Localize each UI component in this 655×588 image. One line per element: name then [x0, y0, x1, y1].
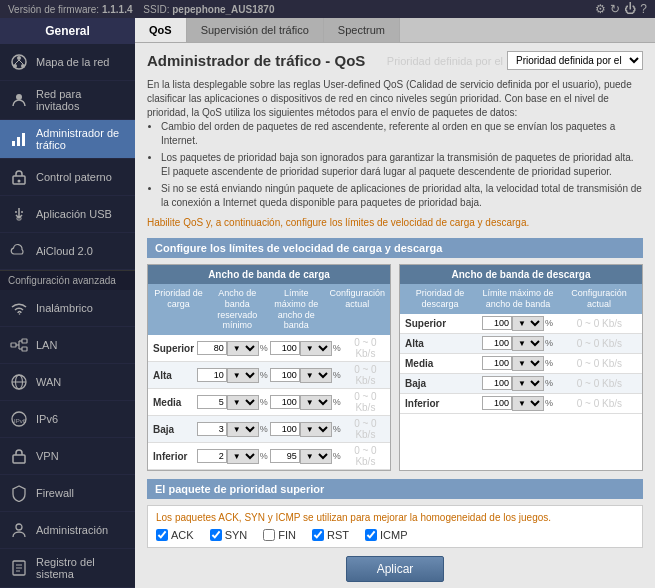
- tabs: QoS Supervisión del tráfico Spectrum: [135, 18, 655, 43]
- max-input[interactable]: [270, 341, 300, 355]
- min-input[interactable]: [197, 341, 227, 355]
- sidebar-item-inalambrico[interactable]: Inalámbrico: [0, 290, 135, 327]
- traffic-icon: [8, 128, 30, 150]
- max-select[interactable]: ▼: [300, 341, 332, 356]
- sidebar-item-administracion[interactable]: Administración: [0, 512, 135, 549]
- checkbox-rst[interactable]: RST: [312, 529, 349, 541]
- max-select[interactable]: ▼: [512, 376, 544, 391]
- parental-icon: [8, 166, 30, 188]
- min-input[interactable]: [197, 368, 227, 382]
- min-input[interactable]: [197, 422, 227, 436]
- download-col-max: Límite máximo de ancho de banda: [480, 286, 556, 312]
- bullet-item: Cambio del orden de paquetes de red asce…: [161, 120, 643, 148]
- checkbox-ack[interactable]: ACK: [156, 529, 194, 541]
- sidebar-item-ipv6[interactable]: IPv6 IPv6: [0, 401, 135, 438]
- help-icon[interactable]: ?: [640, 2, 647, 16]
- svg-rect-16: [11, 343, 16, 347]
- ack-checkbox[interactable]: [156, 529, 168, 541]
- max-select[interactable]: ▼: [512, 336, 544, 351]
- sidebar-item-red[interactable]: Red para invitados: [0, 81, 135, 120]
- priority-label: Prioridad definida por el: [387, 55, 503, 67]
- download-col-current: Configuración actual: [558, 286, 640, 312]
- max-input[interactable]: [270, 395, 300, 409]
- log-icon: [8, 557, 30, 579]
- max-input[interactable]: [482, 336, 512, 350]
- svg-rect-7: [12, 141, 15, 146]
- max-select[interactable]: ▼: [512, 356, 544, 371]
- sidebar-item-label: AiCloud 2.0: [36, 245, 93, 257]
- logout-icon[interactable]: ⏻: [624, 2, 636, 16]
- sidebar-item-aicloud[interactable]: AiCloud 2.0: [0, 233, 135, 270]
- max-select[interactable]: ▼: [300, 368, 332, 383]
- checkbox-fin[interactable]: FIN: [263, 529, 296, 541]
- min-select[interactable]: ▼: [227, 449, 259, 464]
- checkbox-icmp[interactable]: ICMP: [365, 529, 408, 541]
- firewall-icon: [8, 482, 30, 504]
- tab-spectrum[interactable]: Spectrum: [324, 18, 400, 42]
- rst-checkbox[interactable]: [312, 529, 324, 541]
- min-input[interactable]: [197, 395, 227, 409]
- icmp-checkbox[interactable]: [365, 529, 377, 541]
- upload-col-max: Límite máximo de ancho de banda: [268, 286, 325, 333]
- max-select[interactable]: ▼: [300, 449, 332, 464]
- priority-dropdown[interactable]: Prioridad definida por el: [507, 51, 643, 70]
- row-min-cell: ▼%: [197, 341, 268, 356]
- upload-table-header: Ancho de banda de carga: [148, 265, 390, 284]
- syn-checkbox[interactable]: [210, 529, 222, 541]
- max-input[interactable]: [482, 396, 512, 410]
- tab-qos[interactable]: QoS: [135, 18, 187, 42]
- max-input[interactable]: [270, 368, 300, 382]
- tab-supervision[interactable]: Supervisión del tráfico: [187, 18, 324, 42]
- sidebar-item-label: Mapa de la red: [36, 56, 109, 68]
- sidebar-item-label: Control paterno: [36, 171, 112, 183]
- sidebar-item-control[interactable]: Control paterno: [0, 159, 135, 196]
- page-header: Administrador de tráfico - QoS Prioridad…: [147, 51, 643, 70]
- table-row: Media ▼% ▼% 0 ~ 0 Kb/s: [148, 389, 390, 416]
- download-col-priority: Prioridad de descarga: [402, 286, 478, 312]
- row-max-cell: ▼%: [270, 422, 341, 437]
- min-select[interactable]: ▼: [227, 395, 259, 410]
- content-area: QoS Supervisión del tráfico Spectrum Adm…: [135, 18, 655, 588]
- min-select[interactable]: ▼: [227, 368, 259, 383]
- refresh-icon[interactable]: ↻: [610, 2, 620, 16]
- sidebar-item-lan[interactable]: LAN: [0, 327, 135, 364]
- min-select[interactable]: ▼: [227, 341, 259, 356]
- sidebar-item-firewall[interactable]: Firewall: [0, 475, 135, 512]
- max-select[interactable]: ▼: [300, 422, 332, 437]
- row-priority-label: Alta: [402, 338, 480, 349]
- min-select[interactable]: ▼: [227, 422, 259, 437]
- max-input[interactable]: [482, 356, 512, 370]
- bandwidth-section-header: Configure los límites de velocidad de ca…: [147, 238, 643, 258]
- sidebar-item-vpn[interactable]: VPN: [0, 438, 135, 475]
- top-bar: Versión de firmware: 1.1.1.4 SSID: pepep…: [0, 0, 655, 18]
- svg-rect-8: [17, 137, 20, 146]
- checkbox-syn[interactable]: SYN: [210, 529, 248, 541]
- max-input[interactable]: [482, 376, 512, 390]
- max-select[interactable]: ▼: [300, 395, 332, 410]
- bullet-item: Los paquetes de prioridad baja son ignor…: [161, 151, 643, 179]
- settings-icon[interactable]: ⚙: [595, 2, 606, 16]
- max-select[interactable]: ▼: [512, 396, 544, 411]
- sidebar-item-mapa[interactable]: Mapa de la red: [0, 44, 135, 81]
- row-min-cell: ▼%: [197, 449, 268, 464]
- row-max-cell: ▼%: [270, 368, 341, 383]
- sidebar-item-usb[interactable]: Aplicación USB: [0, 196, 135, 233]
- min-input[interactable]: [197, 449, 227, 463]
- bullet-list: Cambio del orden de paquetes de red asce…: [161, 120, 643, 210]
- fin-checkbox[interactable]: [263, 529, 275, 541]
- sidebar-item-registro[interactable]: Registro del sistema: [0, 549, 135, 588]
- sidebar-item-admin-trafico[interactable]: Administrador de tráfico: [0, 120, 135, 159]
- sidebar-item-label: Administración: [36, 524, 108, 536]
- apply-button[interactable]: Aplicar: [346, 556, 445, 582]
- sidebar-item-wan[interactable]: WAN: [0, 364, 135, 401]
- sidebar-item-label: Registro del sistema: [36, 556, 127, 580]
- max-select[interactable]: ▼: [512, 316, 544, 331]
- priority-packet-header: El paquete de prioridad superior: [147, 479, 643, 499]
- max-input[interactable]: [482, 316, 512, 330]
- max-input[interactable]: [270, 449, 300, 463]
- max-input[interactable]: [270, 422, 300, 436]
- table-row: Alta ▼% 0 ~ 0 Kb/s: [400, 334, 642, 354]
- row-max-cell: ▼%: [482, 356, 557, 371]
- svg-rect-9: [22, 133, 25, 146]
- row-max-cell: ▼%: [270, 449, 341, 464]
